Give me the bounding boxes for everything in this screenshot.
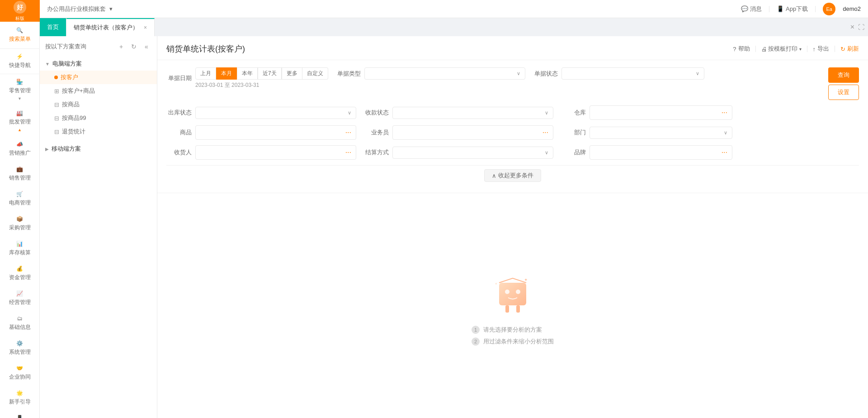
operations-icon: 📈	[16, 290, 23, 297]
query-button[interactable]: 查询	[828, 67, 859, 83]
tab-maximize-button[interactable]: ⛶	[858, 24, 864, 31]
export-button[interactable]: ↑ 导出	[813, 45, 830, 53]
export-icon: ↑	[813, 46, 816, 52]
brand-dots[interactable]: ···	[722, 148, 727, 157]
left-panel: 按以下方案查询 + ↻ « ▼ 电脑端方案 按客户	[40, 36, 157, 418]
tab-home[interactable]: 首页	[40, 18, 66, 36]
order-type-arrow: ∨	[517, 71, 520, 76]
product-dots[interactable]: ···	[345, 128, 351, 137]
last-7-days-btn[interactable]: 近7天	[258, 67, 282, 80]
quicknav-icon: ⚡	[16, 53, 23, 60]
by-product-99-label: 按商品99	[62, 114, 86, 122]
order-status-select[interactable]: ∨	[561, 67, 704, 80]
filter-area: 单据日期 上月 本月 本年 近7天 更多 自定义 2023-03-01 至 20…	[157, 60, 868, 193]
tab-bar: 首页 销货单统计表（按客户） × × ⛶	[40, 18, 868, 36]
basic-icon: 🗂	[17, 315, 23, 322]
workspace-title: 办公用品行业模拟账套	[47, 5, 106, 13]
message-button[interactable]: 💬 消息	[741, 5, 762, 13]
sidebar-item-basic[interactable]: 🗂 基础信息	[0, 311, 40, 336]
app-download-icon: 📱	[777, 5, 784, 12]
this-month-btn[interactable]: 本月	[216, 67, 237, 80]
refresh-button[interactable]: ↻ 刷新	[840, 45, 859, 53]
app-logo[interactable]: 好 标版	[0, 0, 40, 22]
warehouse-select[interactable]: ···	[590, 105, 732, 120]
receiver-dots[interactable]: ···	[345, 148, 351, 157]
warehouse-dots[interactable]: ···	[722, 109, 727, 117]
scheme-icon-2: ⊟	[54, 101, 59, 108]
refund-stats-label: 退货统计	[62, 128, 85, 136]
settings-button[interactable]: 设置	[828, 85, 859, 100]
this-year-btn[interactable]: 本年	[237, 67, 258, 80]
tab-close-icon[interactable]: ×	[144, 24, 147, 31]
tab-close-button[interactable]: ×	[850, 23, 854, 31]
scheme-refund-stats[interactable]: ⊟ 退货统计	[40, 125, 157, 138]
empty-tip-2: 2 用过滤条件来缩小分析范围	[472, 337, 554, 346]
receipt-status-select[interactable]: ∨	[392, 107, 553, 119]
sidebar-item-ecommerce[interactable]: 🛒 电商管理	[0, 186, 40, 211]
order-type-select[interactable]: ∨	[364, 67, 525, 80]
date-label: 单据日期	[166, 74, 192, 82]
sidebar-item-search[interactable]: 🔍 搜索菜单	[0, 22, 40, 49]
sidebar-item-quicknav[interactable]: ⚡ 快捷导航	[0, 49, 40, 74]
receiver-select[interactable]: ···	[195, 145, 356, 160]
marketing-icon: 📣	[16, 141, 23, 147]
product-label: 商品	[166, 128, 192, 137]
sidebar-item-wholesale[interactable]: 🏭 批发管理 ▲	[0, 105, 40, 137]
salesperson-select[interactable]: ···	[392, 125, 553, 140]
app-download-button[interactable]: 📱 App下载	[777, 5, 808, 13]
sidebar-item-retail[interactable]: 🏪 零售管理 ▼	[0, 74, 40, 105]
scheme-by-customer[interactable]: 按客户	[40, 71, 157, 84]
workspace-selector[interactable]: 办公用品行业模拟账套 ▾	[47, 5, 113, 13]
scheme-icon-1: ⊞	[54, 88, 59, 95]
last-month-btn[interactable]: 上月	[195, 67, 216, 80]
mobile-scheme-parent[interactable]: ▶ 移动端方案	[40, 142, 157, 156]
sidebar-item-marketing[interactable]: 📣 营销推广	[0, 137, 40, 162]
order-status-arrow: ∨	[696, 71, 699, 76]
top-header: 办公用品行业模拟账套 ▾ 💬 消息 📱 App下载 Ea demo2	[40, 0, 868, 18]
sidebar-item-enterprise[interactable]: 🤝 企业协同	[0, 361, 40, 385]
divider2	[815, 6, 816, 12]
settlement-select[interactable]: ∨	[392, 147, 553, 159]
print-template-button[interactable]: 🖨 按模板打印 ▾	[761, 45, 802, 53]
help-button[interactable]: ? 帮助	[733, 45, 750, 53]
sidebar: 好 标版 🔍 搜索菜单 ⚡ 快捷导航 🏪 零售管理 ▼ 🏭 批发管理 ▲ 📣 营…	[0, 0, 40, 418]
scheme-by-customer-product[interactable]: ⊞ 按客户+商品	[40, 84, 157, 98]
main-area: 办公用品行业模拟账套 ▾ 💬 消息 📱 App下载 Ea demo2 首页	[40, 0, 868, 418]
collapse-more-btn[interactable]: ∧ 收起更多条件	[484, 169, 541, 182]
finance-icon: 💰	[16, 266, 23, 272]
sidebar-item-inventory[interactable]: 📊 库存核算	[0, 236, 40, 261]
purchase-icon: 📦	[16, 216, 23, 222]
custom-date-btn[interactable]: 自定义	[302, 67, 328, 80]
add-scheme-button[interactable]: +	[116, 42, 126, 52]
sidebar-item-sales[interactable]: 💼 销售管理	[0, 162, 40, 186]
sidebar-item-finance[interactable]: 💰 资金管理	[0, 261, 40, 286]
order-type-label: 单据类型	[335, 70, 361, 78]
out-status-select[interactable]: ∨	[195, 107, 356, 119]
brand-select[interactable]: ···	[590, 145, 732, 160]
sidebar-item-appcenter[interactable]: 📱 应用中心	[0, 410, 40, 418]
sidebar-item-system[interactable]: ⚙️ 系统管理	[0, 336, 40, 361]
refresh-scheme-button[interactable]: ↻	[129, 42, 139, 52]
collapse-panel-button[interactable]: «	[142, 42, 151, 52]
desktop-scheme-parent[interactable]: ▼ 电脑端方案	[40, 57, 157, 71]
product-select[interactable]: ···	[195, 125, 356, 140]
salesperson-dots[interactable]: ···	[542, 128, 548, 137]
sales-icon: 💼	[16, 166, 23, 172]
sidebar-item-newguide[interactable]: 🌟 新手引导	[0, 385, 40, 410]
out-status-arrow: ∨	[348, 110, 351, 116]
header-right: 💬 消息 📱 App下载 Ea demo2	[741, 3, 861, 15]
chevron-right-icon: ▶	[45, 147, 49, 152]
divider4	[807, 46, 807, 52]
user-name[interactable]: demo2	[843, 5, 861, 12]
sidebar-item-operations[interactable]: 📈 经营管理	[0, 286, 40, 311]
print-icon: 🖨	[761, 46, 767, 52]
scheme-by-product-99[interactable]: ⊟ 按商品99	[40, 111, 157, 125]
avatar[interactable]: Ea	[823, 3, 835, 15]
sidebar-item-purchase[interactable]: 📦 采购管理	[0, 211, 40, 236]
scheme-by-product[interactable]: ⊟ 按商品	[40, 98, 157, 111]
receipt-status-arrow: ∨	[545, 110, 548, 116]
department-select[interactable]: ∨	[590, 127, 732, 139]
tab-sales-stats[interactable]: 销货单统计表（按客户） ×	[66, 18, 155, 36]
more-date-btn[interactable]: 更多	[282, 67, 302, 80]
receiver-label: 收货人	[166, 148, 192, 157]
